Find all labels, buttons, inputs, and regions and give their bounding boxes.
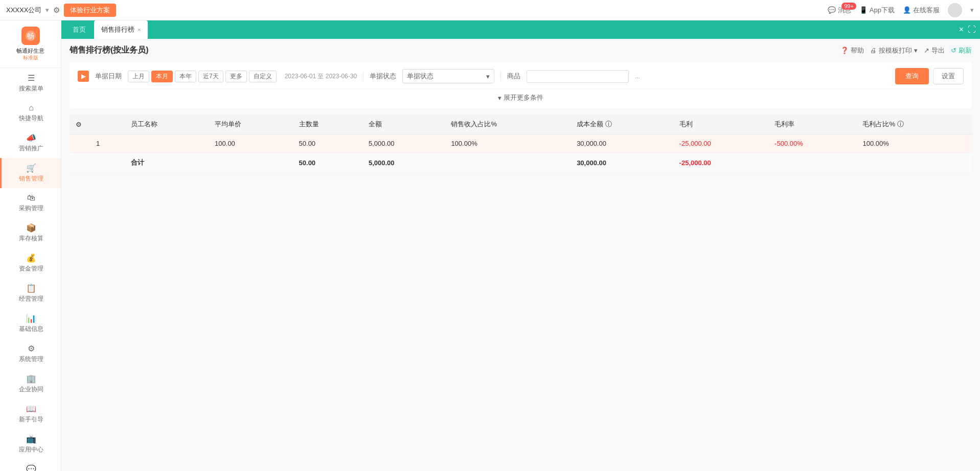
help-label: 帮助 [851,46,864,55]
filter-divider-1 [363,71,363,81]
status-select[interactable]: 单据状态 ▾ [402,69,494,83]
date-filter-group: 上月 本月 本年 近7天 更多 自定义 [128,71,277,82]
experience-button[interactable]: 体验行业方案 [64,4,116,17]
settings-button[interactable]: 设置 [933,68,964,84]
sidebar-item-enterprise-label: 企业协同 [19,385,43,394]
topbar-settings-icon[interactable]: ⚙ [53,6,60,15]
status-select-arrow: ▾ [486,73,490,80]
sidebar-item-sales-label: 销售管理 [19,174,43,183]
expand-conditions-btn[interactable]: ▾ 展开更多条件 [498,93,543,102]
date-btn-this-month[interactable]: 本月 [151,71,173,82]
status-select-value: 单据状态 [407,72,434,81]
date-btn-custom[interactable]: 自定义 [249,71,277,82]
date-range-label: 2023-06-01 至 2023-06-30 [285,72,357,81]
print-label: 按模板打印 [879,46,912,55]
col-gross-pct: 毛利占比% ⓘ [856,115,972,134]
sidebar-item-guide[interactable]: 📖 新手引导 [0,399,61,429]
page-title: 销售排行榜(按业务员) [70,45,149,56]
export-label: 导出 [931,46,945,55]
print-icon: 🖨 [870,47,877,54]
sidebar-item-enterprise[interactable]: 🏢 企业协同 [0,369,61,399]
goods-input[interactable] [527,70,629,83]
sidebar-item-inventory-label: 库存核算 [19,234,43,243]
sales-icon: 🛒 [26,163,36,173]
tab-sales-rank[interactable]: 销售排行榜 × [94,20,148,39]
tab-sales-rank-label: 销售排行榜 [101,25,134,34]
cell-avg-price: 100.00 [209,134,292,153]
logo-icon: 畅 [21,27,40,45]
more-filter-btn[interactable]: ... [635,73,640,80]
top-bar-right: 💬 消息 99+ 📱 App下载 👤 在线客服 ▾ [828,3,974,17]
apps-icon: 📺 [26,434,36,444]
svg-text:畅: 畅 [27,32,34,40]
col-settings[interactable]: ⚙ [70,115,90,134]
filter-divider-2 [500,71,501,81]
inventory-icon: 📦 [26,223,36,233]
company-select-icon[interactable]: ▾ [45,6,49,14]
cell-gross-pct: 100.00% [856,134,972,153]
sidebar-item-apps[interactable]: 📺 应用中心 [0,429,61,459]
sidebar-item-purchase[interactable]: 🛍 采购管理 [0,188,61,218]
filter-toggle-btn[interactable]: ▶ [78,71,89,82]
cell-gross-rate: -500.00% [768,134,856,153]
sidebar-item-finance[interactable]: 💰 资金管理 [0,248,61,278]
management-icon: 📋 [26,283,36,293]
expand-label: 展开更多条件 [504,93,543,102]
date-btn-this-year[interactable]: 本年 [175,71,196,82]
sidebar-item-inventory[interactable]: 📦 库存核算 [0,218,61,248]
tab-bar: 首页 销售排行榜 × × ⛶ [61,20,980,39]
table-settings-icon[interactable]: ⚙ [76,121,82,128]
col-name: 员工名称 [125,115,209,134]
message-badge: 99+ [841,3,856,10]
print-dropdown-icon[interactable]: ▾ [914,47,918,54]
footer-empty-2 [90,153,125,173]
footer-cost: 30,000.00 [571,153,673,173]
avatar[interactable] [948,3,962,17]
export-button[interactable]: ↗ 导出 [924,46,945,55]
footer-qty: 50.00 [293,153,362,173]
sidebar-item-sales[interactable]: 🛒 销售管理 [0,158,61,188]
help-button[interactable]: ❓ 帮助 [840,46,864,55]
cell-qty: 50.00 [293,134,362,153]
sidebar-item-marketing[interactable]: 📣 营销推广 [0,128,61,158]
system-icon: ⚙ [28,344,35,353]
window-expand-icon[interactable]: ⛶ [968,25,976,34]
online-service-button[interactable]: 👤 在线客服 [903,6,940,15]
window-close-icon[interactable]: × [959,25,964,34]
tab-home-label: 首页 [73,25,86,34]
tab-close-icon[interactable]: × [138,27,141,33]
expand-down-icon: ▾ [498,94,502,102]
query-button[interactable]: 查询 [895,68,929,84]
sidebar-item-system[interactable]: ⚙ 系统管理 [0,339,61,369]
main-layout: 畅 畅通好生意 标准版 ☰ 搜索菜单 ⌂ 快捷导航 📣 营销推广 🛒 销售管理 … [0,20,980,471]
cell-sales-pct: 100.00% [445,134,571,153]
table-header: ⚙ 员工名称 平均单价 主数量 全额 销售收入占比% 成本全额 ⓘ 毛利 [70,115,972,134]
print-button[interactable]: 🖨 按模板打印 ▾ [870,46,918,55]
finance-icon: 💰 [26,253,36,263]
sidebar-item-guide-label: 新手引导 [19,415,43,424]
sidebar-item-apps-label: 应用中心 [19,445,43,454]
date-btn-last-month[interactable]: 上月 [128,71,149,82]
sidebar-item-search-label: 搜索菜单 [19,84,43,93]
sidebar-item-finance-label: 资金管理 [19,264,43,273]
date-btn-7days[interactable]: 近7天 [198,71,223,82]
sidebar-item-search[interactable]: ☰ 搜索菜单 [0,68,61,98]
sidebar-item-wechat[interactable]: 💬 企业微信 [0,459,61,471]
cell-cost: 30,000.00 [571,134,673,153]
tab-home[interactable]: 首页 [65,20,93,39]
date-btn-more[interactable]: 更多 [225,71,247,82]
page-content: 销售排行榜(按业务员) ❓ 帮助 🖨 按模板打印 ▾ ↗ 导出 [61,39,980,471]
top-bar-left: XXXXX公司 ▾ ⚙ 体验行业方案 [6,4,116,17]
status-filter-label: 单据状态 [370,72,396,81]
sidebar-item-nav[interactable]: ⌂ 快捷导航 [0,98,61,128]
sidebar-item-basic-label: 基础信息 [19,325,43,333]
purchase-icon: 🛍 [27,193,35,203]
username-label: ▾ [970,6,974,14]
refresh-button[interactable]: ↺ 刷新 [951,46,972,55]
sidebar-item-management[interactable]: 📋 经营管理 [0,278,61,308]
logo-title: 畅通好生意 [4,47,57,54]
sidebar-item-basic[interactable]: 📊 基础信息 [0,308,61,339]
message-button[interactable]: 💬 消息 99+ [828,6,851,15]
cell-rank: 1 [90,134,125,153]
app-download-button[interactable]: 📱 App下载 [859,6,895,15]
